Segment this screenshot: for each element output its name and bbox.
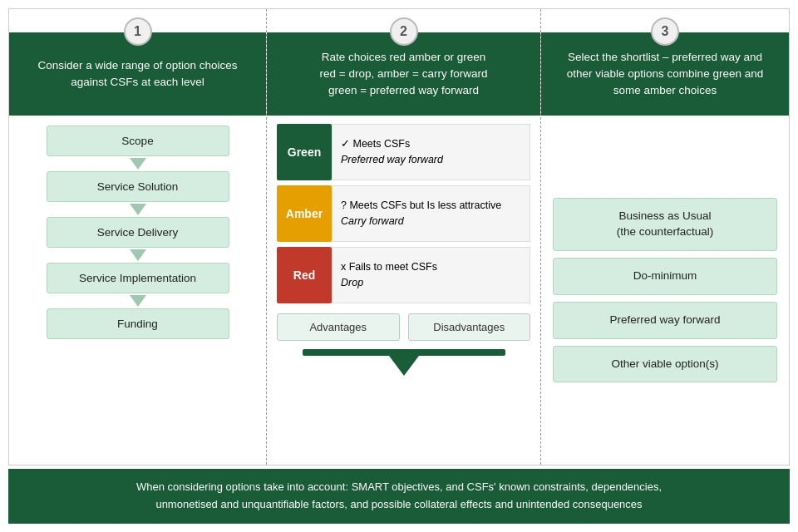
col2-body: Green ✓ Meets CSFsPreferred way forward … [267, 116, 540, 465]
flow-arrow-3 [130, 249, 146, 261]
rating-green: Green ✓ Meets CSFsPreferred way forward [277, 124, 530, 180]
shortlist-item-dominimum: Do-minimum [553, 258, 777, 295]
flow-arrow-4 [130, 295, 146, 307]
flow-item-funding: Funding [47, 308, 229, 339]
red-text: x Fails to meet CSFsDrop [332, 247, 530, 303]
footer-text: When considering options take into accou… [136, 480, 662, 510]
green-text: ✓ Meets CSFsPreferred way forward [332, 124, 530, 180]
col3-header-text: Select the shortlist – preferred way and… [554, 49, 776, 100]
footer-banner: When considering options take into accou… [8, 469, 790, 524]
disadvantages-box: Disadvantages [408, 313, 531, 341]
shortlist-items: Business as Usual(the counterfactual) Do… [541, 116, 789, 465]
shortlist-item-other: Other viable option(s) [553, 346, 777, 383]
shortlist-item-bau: Business as Usual(the counterfactual) [553, 198, 777, 251]
rating-red: Red x Fails to meet CSFsDrop [277, 247, 530, 303]
rating-amber: Amber ? Meets CSFs but Is less attractiv… [277, 185, 530, 242]
col1-header-text: Consider a wide range of option choices … [22, 57, 253, 91]
flow-items: Scope Service Solution Service Delivery … [9, 116, 266, 465]
shortlist-item-preferred: Preferred way forward [553, 302, 777, 339]
flow-item-service-implementation: Service Implementation [47, 263, 229, 293]
badge-1: 1 [124, 17, 152, 46]
green-label: Green [277, 124, 332, 180]
scale-visual [277, 346, 530, 381]
adv-disadv-row: Advantages Disadvantages [277, 313, 530, 341]
flow-item-service-solution: Service Solution [47, 171, 229, 202]
column-2: 2 Rate choices red amber or greenred = d… [267, 9, 541, 465]
amber-label: Amber [277, 185, 332, 242]
red-description: x Fails to meet CSFsDrop [341, 259, 437, 291]
advantages-box: Advantages [277, 313, 400, 341]
flow-item-scope: Scope [47, 126, 229, 156]
scale-bar [303, 349, 505, 356]
flow-arrow-1 [130, 158, 146, 170]
scale-triangle [389, 356, 419, 376]
amber-text: ? Meets CSFs but Is less attractiveCarry… [332, 185, 530, 242]
badge-3: 3 [651, 17, 679, 46]
green-description: ✓ Meets CSFsPreferred way forward [341, 136, 443, 168]
flow-arrow-2 [130, 204, 146, 215]
red-label: Red [277, 247, 332, 303]
flow-item-service-delivery: Service Delivery [47, 217, 229, 248]
col2-header-text: Rate choices red amber or greenred = dro… [320, 49, 488, 100]
badge-2: 2 [390, 17, 418, 46]
column-3: 3 Select the shortlist – preferred way a… [541, 9, 789, 465]
column-1: 1 Consider a wide range of option choice… [9, 9, 267, 465]
amber-description: ? Meets CSFs but Is less attractiveCarry… [341, 198, 501, 229]
